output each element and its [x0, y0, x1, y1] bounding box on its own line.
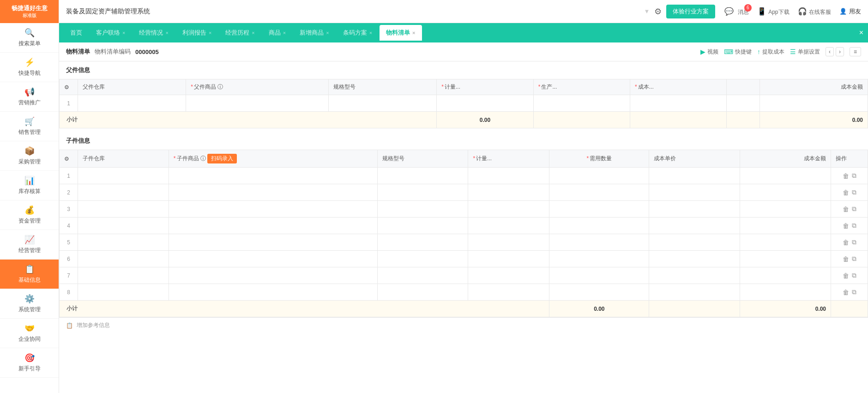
child-row-1-warehouse[interactable] — [78, 168, 169, 184]
child-row-7-warehouse[interactable] — [78, 267, 169, 284]
tab-close-icon[interactable]: × — [283, 30, 286, 36]
copy-icon-5[interactable]: ⧉ — [852, 238, 856, 246]
message-icon[interactable]: 💬 6 消息 — [724, 7, 748, 16]
shortcut-action[interactable]: ⌨ 快捷键 — [724, 48, 752, 56]
close-all-icon[interactable]: × — [859, 29, 863, 37]
parent-th-gear[interactable]: ⚙ — [60, 79, 78, 95]
sidebar-item-企业协同[interactable]: 🤝企业协同 — [0, 319, 59, 348]
child-row-6-product[interactable] — [169, 251, 377, 267]
child-th-gear[interactable]: ⚙ — [60, 150, 78, 168]
delete-icon-8[interactable]: 🗑 — [843, 289, 849, 296]
nav-tab-利润报告[interactable]: 利润报告× — [176, 25, 218, 41]
copy-icon-6[interactable]: ⧉ — [852, 255, 856, 263]
parent-row-1-cost[interactable] — [630, 95, 727, 112]
child-row-8-unit[interactable] — [468, 284, 549, 301]
sidebar-item-新手引导[interactable]: 🎯新手引导 — [0, 348, 59, 378]
nav-tab-首页[interactable]: 首页 — [64, 25, 89, 41]
prev-arrow[interactable]: ‹ — [826, 47, 834, 56]
delete-icon-3[interactable]: 🗑 — [843, 206, 849, 213]
child-row-6-warehouse[interactable] — [78, 251, 169, 267]
child-row-2-warehouse[interactable] — [78, 184, 169, 201]
tab-close-icon[interactable]: × — [209, 30, 211, 36]
parent-row-1-warehouse[interactable] — [78, 95, 186, 112]
nav-tab-物料清单[interactable]: 物料清单× — [380, 25, 422, 41]
sidebar-item-资金管理[interactable]: 💰资金管理 — [0, 200, 59, 230]
delete-icon-5[interactable]: 🗑 — [843, 239, 849, 246]
view-action[interactable]: ▶ 视频 — [700, 48, 718, 56]
child-row-4-warehouse[interactable] — [78, 218, 169, 234]
breadcrumb-current[interactable]: 物料清单 — [66, 48, 90, 56]
child-row-2-unit[interactable] — [468, 184, 549, 201]
child-row-1-product[interactable] — [169, 168, 377, 184]
tab-close-icon[interactable]: × — [369, 30, 372, 36]
copy-icon-1[interactable]: ⧉ — [852, 172, 856, 180]
delete-icon-4[interactable]: 🗑 — [843, 222, 849, 230]
child-row-8-warehouse[interactable] — [78, 284, 169, 301]
child-row-4-spec[interactable] — [377, 218, 468, 234]
parent-row-1-produce[interactable] — [533, 95, 630, 112]
child-row-7-qty[interactable] — [549, 267, 649, 284]
child-row-7-product[interactable] — [169, 267, 377, 284]
child-row-3-qty[interactable] — [549, 201, 649, 218]
child-row-5-amount[interactable] — [740, 234, 831, 251]
sidebar-item-快捷导航[interactable]: ⚡快捷导航 — [0, 53, 59, 82]
sidebar-item-搜索菜单[interactable]: 🔍搜索菜单 — [0, 23, 59, 53]
child-row-2-amount[interactable] — [740, 184, 831, 201]
copy-icon-4[interactable]: ⧉ — [852, 222, 856, 230]
tab-close-icon[interactable]: × — [165, 30, 168, 36]
sidebar-item-经营管理[interactable]: 📈经营管理 — [0, 230, 59, 260]
parent-row-1-unit[interactable] — [437, 95, 533, 112]
child-row-8-product[interactable] — [169, 284, 377, 301]
delete-icon-2[interactable]: 🗑 — [843, 189, 849, 196]
child-row-8-spec[interactable] — [377, 284, 468, 301]
copy-icon-3[interactable]: ⧉ — [852, 205, 856, 213]
child-row-8-unit-price[interactable] — [649, 284, 740, 301]
child-row-6-spec[interactable] — [377, 251, 468, 267]
nav-tab-商品[interactable]: 商品× — [262, 25, 292, 41]
extract-cost-action[interactable]: ↑ 提取成本 — [757, 48, 784, 56]
tab-close-icon[interactable]: × — [326, 30, 329, 36]
child-row-1-qty[interactable] — [549, 168, 649, 184]
child-row-3-unit-price[interactable] — [649, 201, 740, 218]
child-row-3-warehouse[interactable] — [78, 201, 169, 218]
child-row-4-unit[interactable] — [468, 218, 549, 234]
tab-close-icon[interactable]: × — [122, 30, 125, 36]
sidebar-item-库存核算[interactable]: 📊库存核算 — [0, 171, 59, 200]
copy-icon-8[interactable]: ⧉ — [852, 288, 856, 296]
delete-icon-6[interactable]: 🗑 — [843, 255, 849, 263]
child-row-5-qty[interactable] — [549, 234, 649, 251]
trial-button[interactable]: 体验行业方案 — [666, 5, 715, 18]
child-row-2-product[interactable] — [169, 184, 377, 201]
delete-icon-1[interactable]: 🗑 — [843, 172, 849, 180]
expand-button[interactable]: ≡ — [850, 47, 861, 56]
nav-tab-经营情况[interactable]: 经营情况× — [133, 25, 175, 41]
child-row-3-amount[interactable] — [740, 201, 831, 218]
parent-row-1-spec[interactable] — [329, 95, 437, 112]
nav-tab-客户联络[interactable]: 客户联络× — [90, 25, 132, 41]
child-row-7-spec[interactable] — [377, 267, 468, 284]
child-row-5-unit[interactable] — [468, 234, 549, 251]
child-row-6-amount[interactable] — [740, 251, 831, 267]
child-row-7-amount[interactable] — [740, 267, 831, 284]
child-row-1-unit-price[interactable] — [649, 168, 740, 184]
child-row-8-qty[interactable] — [549, 284, 649, 301]
nav-tab-新增商品[interactable]: 新增商品× — [293, 25, 335, 41]
child-row-4-product[interactable] — [169, 218, 377, 234]
child-row-5-warehouse[interactable] — [78, 234, 169, 251]
single-setting-action[interactable]: ☰ 单据设置 — [790, 48, 820, 56]
nav-tab-经营历程[interactable]: 经营历程× — [219, 25, 261, 41]
child-row-7-unit[interactable] — [468, 267, 549, 284]
child-row-3-product[interactable] — [169, 201, 377, 218]
tab-close-icon[interactable]: × — [412, 30, 415, 36]
scan-button[interactable]: 扫码录入 — [207, 154, 237, 163]
nav-tab-条码方案[interactable]: 条码方案× — [337, 25, 379, 41]
settings-icon[interactable]: ⚙ — [654, 6, 662, 17]
copy-icon-7[interactable]: ⧉ — [852, 272, 856, 279]
sidebar-item-采购管理[interactable]: 📦采购管理 — [0, 141, 59, 171]
child-row-5-product[interactable] — [169, 234, 377, 251]
child-row-7-unit-price[interactable] — [649, 267, 740, 284]
child-row-3-unit[interactable] — [468, 201, 549, 218]
copy-icon-2[interactable]: ⧉ — [852, 188, 856, 196]
child-row-2-spec[interactable] — [377, 184, 468, 201]
child-row-6-unit-price[interactable] — [649, 251, 740, 267]
